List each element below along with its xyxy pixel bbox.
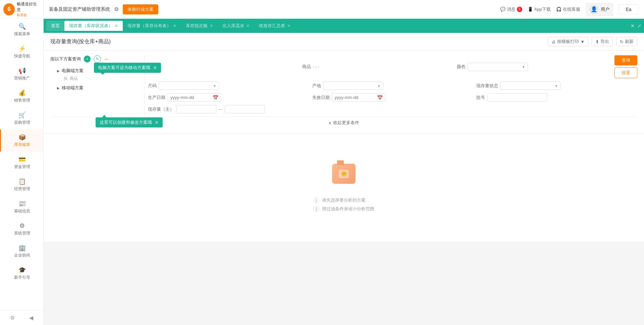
produce-date-cell: 生产日期 📅: [148, 93, 309, 102]
tab-close-icon[interactable]: ✕: [173, 23, 176, 28]
desktop-scheme-label: 电脑端方案: [62, 68, 84, 74]
search-btn[interactable]: 查询: [614, 55, 637, 65]
goods-dots[interactable]: ···: [313, 63, 320, 70]
sidebar-item-system[interactable]: ⚙ 系统管理: [0, 218, 43, 240]
tab-close-all-btn[interactable]: ✕: [631, 23, 635, 29]
message-icon: 💬: [500, 7, 505, 12]
tab-label: 出入库流水: [222, 23, 244, 29]
set-btn[interactable]: 设置: [614, 67, 637, 78]
message-badge: 6: [517, 7, 522, 12]
tab-close-icon[interactable]: ✕: [287, 23, 290, 28]
collapse-sidebar-btn[interactable]: ◀: [29, 315, 33, 321]
message-item[interactable]: 💬 消息 6: [500, 6, 522, 12]
scheme-arrow-icon: ▶: [57, 69, 60, 73]
settings-btn[interactable]: ⚙: [10, 315, 15, 321]
expire-date-icon: 📅: [377, 95, 383, 100]
sidebar-item-label: 系统管理: [14, 230, 30, 236]
app-download-item[interactable]: 📱 App下载: [528, 6, 551, 12]
sidebar-item-label: 库存核算: [14, 142, 30, 148]
industry-btn[interactable]: 体验行业方案: [123, 4, 158, 14]
sidebar-item-inventory[interactable]: 📦 库存核算: [0, 129, 43, 152]
stock-main-cell: 现存量（主） —: [148, 105, 637, 113]
export-btn[interactable]: ⬆ 导出: [592, 37, 613, 46]
tab-close-icon[interactable]: ✕: [246, 23, 250, 28]
tab-inventory-status[interactable]: 现存量（库存状况表） ✕: [64, 21, 123, 31]
tooltip-close-btn2[interactable]: ✕: [155, 120, 159, 125]
sidebar-item-marketing[interactable]: 📢 营销推广: [0, 63, 43, 85]
tab-in-out-flow[interactable]: 出入库流水 ✕: [218, 21, 254, 31]
operation-icon: 📋: [18, 178, 26, 185]
sidebar-item-finance[interactable]: 💳 资金管理: [0, 152, 43, 174]
sidebar-item-quick-nav[interactable]: ⚡ 快捷导航: [0, 41, 43, 63]
sidebar-item-operation[interactable]: 📋 经营管理: [0, 174, 43, 196]
sidebar-item-label: 营销推广: [14, 75, 30, 81]
empty-illustration: 😕: [327, 160, 361, 191]
sidebar-item-label: 快捷导航: [14, 53, 30, 59]
guide-icon: 🎓: [18, 266, 26, 274]
stock-status-cell: 现存量状态: [476, 82, 637, 90]
template-print-btn[interactable]: 🖨 按模板打印 ▼: [548, 37, 588, 46]
sidebar-item-label: 搜索菜单: [14, 31, 30, 37]
tooltip-text: 这里可以创建和修改方案哦: [100, 119, 152, 125]
empty-state: 😕 1 请先选择要分析的方案 2 用过滤条件来缩小分析范围: [44, 133, 644, 241]
logo-text: 畅通道好生意 标准版: [17, 1, 40, 17]
tab-inventory-dist[interactable]: 现存量（库存分布表） ✕: [123, 21, 181, 31]
batch-input[interactable]: [487, 93, 547, 102]
color-select[interactable]: [468, 63, 528, 71]
sidebar-item-label: 企业协同: [14, 253, 30, 258]
size-select[interactable]: [159, 82, 219, 90]
stock-main-end[interactable]: [225, 105, 265, 113]
back-arrow-btn[interactable]: ←: [104, 56, 110, 63]
step2-num: 2: [313, 206, 319, 212]
tab-label: 现存量（库存分布表）: [127, 23, 171, 29]
chevron-down-icon: ▼: [580, 39, 585, 44]
header: 装备及固定资产辅助管理系统 ⚙ 体验行业方案 💬 消息 6 📱 App下载 🎧 …: [44, 0, 644, 19]
sidebar-item-label: 销售管理: [14, 98, 30, 103]
empty-step-1: 1 请先选择要分析的方案: [313, 197, 374, 203]
tab-close-icon[interactable]: ✕: [210, 23, 213, 28]
sidebar-nav: 🔍 搜索菜单 ⚡ 快捷导航 📢 营销推广 💰 销售管理 🛒 采购管理 📦 库存核…: [0, 19, 43, 310]
filter-row-3: 生产日期 📅 失效日期 📅 批号: [148, 93, 637, 102]
app-download-label: App下载: [534, 6, 551, 12]
size-label: 尺码: [148, 83, 157, 89]
origin-select[interactable]: [323, 82, 383, 90]
empty-step-2: 2 用过滤条件来缩小分析范围: [313, 206, 374, 212]
stock-status-select[interactable]: [500, 82, 560, 90]
sidebar-item-basic[interactable]: 📰 基础信息: [0, 196, 43, 218]
header-gear-icon[interactable]: ⚙: [114, 6, 119, 12]
expire-date-label: 失效日期: [312, 95, 330, 101]
page-title: 现存量查询(按仓库+商品): [50, 38, 111, 45]
export-icon: ⬆: [595, 39, 599, 44]
refresh-btn[interactable]: ↻ 刷新: [616, 37, 637, 46]
tab-home[interactable]: 首页: [46, 21, 64, 31]
stock-status-label: 现存量状态: [476, 83, 498, 89]
empty-steps: 1 请先选择要分析的方案 2 用过滤条件来缩小分析范围: [313, 197, 374, 215]
tab-batch-account[interactable]: 库存批次账 ✕: [181, 21, 218, 31]
edit-scheme-btn[interactable]: ✎: [94, 55, 101, 63]
sidebar-item-enterprise[interactable]: 🏢 企业协同: [0, 240, 43, 262]
warehouse-cell: ···: [148, 63, 299, 70]
online-service-label: 在线客服: [563, 6, 580, 12]
sidebar-item-search-menu[interactable]: 🔍 搜索菜单: [0, 19, 43, 41]
origin-cell: 产地: [312, 82, 473, 90]
stock-main-start[interactable]: [176, 105, 216, 113]
online-service-item[interactable]: 🎧 在线客服: [556, 6, 580, 12]
goods-label: 商品: [302, 64, 311, 70]
step1-text: 请先选择要分析的方案: [322, 197, 366, 203]
sidebar-item-purchase[interactable]: 🛒 采购管理: [0, 107, 43, 129]
logo-icon: 6: [3, 3, 15, 15]
tab-receive-summary[interactable]: 收发存汇总表 ✕: [254, 21, 295, 31]
mobile-scheme-item[interactable]: ▶ 移动端方案: [57, 84, 141, 92]
tab-expand-btn[interactable]: ⤢: [637, 23, 641, 29]
filter-row-4: 现存量（主） —: [148, 105, 637, 113]
sidebar-item-sales[interactable]: 💰 销售管理: [0, 85, 43, 107]
tooltip-close-btn[interactable]: ✕: [153, 65, 157, 70]
page-header: 现存量查询(按仓库+商品) 🖨 按模板打印 ▼ ⬆ 导出 ↻ 刷新: [44, 33, 644, 51]
add-scheme-btn[interactable]: +: [84, 55, 91, 63]
main-content: 现存量查询(按仓库+商品) 🖨 按模板打印 ▼ ⬆ 导出 ↻ 刷新 按以下方: [44, 33, 644, 325]
sidebar-item-guide[interactable]: 🎓 新手引导: [0, 262, 43, 284]
sidebar-item-label: 经营管理: [14, 186, 30, 192]
user-badge[interactable]: 👤 用户: [586, 3, 613, 16]
tab-close-icon[interactable]: ✕: [115, 23, 118, 28]
system-icon: ⚙: [19, 222, 25, 229]
